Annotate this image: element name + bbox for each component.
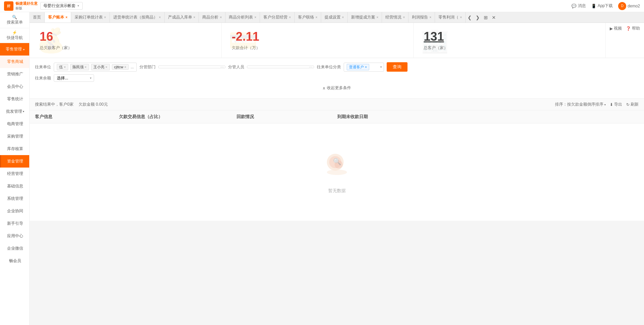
help-btn[interactable]: ❓ 帮助: [626, 26, 640, 31]
balance-select-wrap: 选择...: [54, 74, 94, 82]
tab-purchase-stats[interactable]: 采购订单统计表 ×: [71, 12, 110, 23]
sidebar-item-retail-mall[interactable]: 零售商城: [0, 56, 29, 68]
sidebar-item-guide[interactable]: 新手引导: [0, 217, 29, 230]
tab-product-list[interactable]: 商品分析列表 ×: [225, 12, 260, 23]
tab-home[interactable]: 首页: [30, 12, 45, 23]
tab-profit[interactable]: 利润报告 ×: [409, 12, 435, 23]
company-name: 母婴行业演示帐套: [43, 3, 76, 9]
filter-unit-label: 往来单位: [35, 64, 51, 70]
tab-close-icon[interactable]: ×: [460, 15, 462, 19]
tab-customer-account[interactable]: 客户账本 ×: [45, 12, 71, 23]
tab-inbound-stats[interactable]: 进货单统计表（按商品） ×: [110, 12, 165, 23]
tab-close-icon[interactable]: ×: [220, 15, 222, 19]
filter-tag-wu[interactable]: 伍 ×: [57, 64, 68, 70]
filter-tag-cjttcw[interactable]: cjttcw ×: [112, 64, 129, 70]
tab-close-icon[interactable]: ×: [66, 15, 68, 19]
sidebar-item-marketing[interactable]: 营销推广: [0, 68, 29, 80]
tab-close-icon[interactable]: ×: [403, 15, 405, 19]
remove-wu-btn[interactable]: ×: [64, 65, 66, 69]
tab-close-icon[interactable]: ×: [429, 15, 431, 19]
filter-unit-wrap[interactable]: 伍 × 陈民强 × 王小亮 × cjttcw ×: [54, 63, 137, 72]
message-btn[interactable]: 💬 消息: [571, 3, 586, 9]
sidebar-item-wholesale[interactable]: 批发管理 ▾: [0, 105, 29, 118]
sidebar-label-guide: 新手引导: [7, 221, 23, 226]
content-area: 首页 客户账本 × 采购订单统计表 × 进货单统计表（按商品） × 产成品入库单…: [30, 12, 644, 325]
main-layout: 🔍 搜索菜单 ⚡ 快捷导航 零售管理 ▾ 零售商城 营销推广 会员中心 零售统计…: [0, 12, 644, 325]
remove-wang-btn[interactable]: ×: [105, 65, 108, 69]
arrow-icon: ▾: [23, 110, 24, 113]
video-btn[interactable]: ▶ 视频: [610, 26, 622, 31]
sidebar-item-system[interactable]: 系统管理: [0, 192, 29, 205]
user-area[interactable]: D demo2: [618, 2, 640, 10]
app-download-btn[interactable]: 📱 App下载: [591, 3, 613, 9]
top-bar-right: 💬 消息 📱 App下载 D demo2: [571, 2, 640, 10]
tab-customer-contact[interactable]: 客户联络 ×: [295, 12, 321, 23]
tab-close-icon[interactable]: ×: [194, 15, 196, 19]
category-select[interactable]: 普通客户 × ▼: [344, 63, 384, 72]
result-text: 搜索结果中，客户0家: [35, 102, 74, 107]
tab-profit-label: 利润报告: [412, 14, 428, 20]
dept-expand-icon: ⋯: [220, 65, 224, 69]
sidebar-item-finance[interactable]: 资金管理: [0, 155, 29, 168]
export-btn[interactable]: ⬇ 导出: [610, 102, 622, 107]
balance-select[interactable]: 选择...: [54, 74, 94, 82]
sidebar-item-app-center[interactable]: 应用中心: [0, 230, 29, 242]
tab-retail-profit-label: 零售利润（: [438, 14, 459, 20]
tab-close-icon[interactable]: ×: [377, 15, 379, 19]
filter-tag-chen[interactable]: 陈民强 ×: [70, 64, 89, 70]
sidebar-item-quick-nav[interactable]: ⚡ 快捷导航: [0, 28, 29, 43]
sidebar-label-collab: 企业协同: [7, 209, 23, 213]
more-tags-btn[interactable]: ...: [131, 65, 134, 69]
tab-commission[interactable]: 提成设置 ×: [321, 12, 348, 23]
tab-scroll-right[interactable]: ❯: [474, 12, 482, 23]
tab-close-icon[interactable]: ×: [315, 15, 317, 19]
tab-retail-profit[interactable]: 零售利润（ ×: [435, 12, 466, 23]
sidebar-item-purchase[interactable]: 采购管理: [0, 130, 29, 143]
tab-product-analysis[interactable]: 商品分析 ×: [199, 12, 225, 23]
sidebar-item-member[interactable]: 会员中心: [0, 80, 29, 93]
tab-close-all[interactable]: ✕: [490, 12, 498, 23]
cat-tag-normal[interactable]: 普通客户 ×: [347, 64, 369, 70]
sidebar-label-basic: 基础信息: [7, 184, 23, 188]
sidebar-label-ecommerce: 电商管理: [7, 121, 23, 126]
sidebar-item-basic[interactable]: 基础信息: [0, 180, 29, 192]
sidebar-item-retail[interactable]: 零售管理 ▾: [0, 43, 29, 56]
sidebar-item-collab[interactable]: 企业协同: [0, 205, 29, 217]
filter-tag-wang[interactable]: 王小亮 ×: [91, 64, 110, 70]
sidebar-label-retail-mall: 零售商城: [7, 59, 23, 64]
sidebar-label-app-center: 应用中心: [7, 233, 23, 238]
tab-ops[interactable]: 经营情况 ×: [382, 12, 409, 23]
person-select[interactable]: ⋯: [247, 66, 314, 68]
collapse-btn[interactable]: ∧ 收起更多条件: [323, 84, 351, 92]
remove-cjttcw-btn[interactable]: ×: [124, 65, 126, 69]
remove-cat-btn[interactable]: ×: [365, 65, 367, 69]
sidebar-item-wechat[interactable]: 企业微信: [0, 242, 29, 255]
sidebar-item-ecommerce[interactable]: 电商管理: [0, 118, 29, 130]
tab-more[interactable]: ⊞: [482, 12, 490, 23]
col-header-overdue: 到期未收款日期: [337, 114, 639, 120]
tab-production[interactable]: 产成品入库单 ×: [165, 12, 199, 23]
tab-customer-tier[interactable]: 客户分层经营 ×: [260, 12, 295, 23]
sidebar-item-search[interactable]: 🔍 搜索菜单: [0, 12, 29, 28]
sidebar-item-retail-stats[interactable]: 零售统计: [0, 93, 29, 105]
sidebar-item-member2[interactable]: 畅会员: [0, 255, 29, 267]
refresh-btn[interactable]: ↻ 刷新: [626, 102, 639, 107]
dept-select[interactable]: ⋯: [158, 66, 225, 68]
sidebar: 🔍 搜索菜单 ⚡ 快捷导航 零售管理 ▾ 零售商城 营销推广 会员中心 零售统计…: [0, 12, 30, 325]
query-button[interactable]: 查询: [387, 62, 407, 72]
video-label: 视频: [614, 26, 622, 31]
tab-close-icon[interactable]: ×: [254, 15, 256, 19]
tab-new-commission[interactable]: 新增提成方案 ×: [348, 12, 382, 23]
tab-close-icon[interactable]: ×: [159, 15, 161, 19]
sidebar-item-operations[interactable]: 经营管理: [0, 168, 29, 180]
remove-chen-btn[interactable]: ×: [85, 65, 87, 69]
stat-card-total: 🏢 131 总客户（家）: [414, 23, 606, 58]
tab-scroll-left[interactable]: ❮: [466, 12, 474, 23]
company-select[interactable]: 母婴行业演示帐套 ▼: [40, 2, 83, 10]
tab-close-icon[interactable]: ×: [104, 15, 106, 19]
video-icon: ▶: [610, 26, 613, 31]
tab-close-icon[interactable]: ×: [342, 15, 344, 19]
tab-close-icon[interactable]: ×: [289, 15, 291, 19]
collapse-label: 收起更多条件: [327, 85, 351, 91]
sidebar-item-inventory[interactable]: 库存核算: [0, 143, 29, 155]
